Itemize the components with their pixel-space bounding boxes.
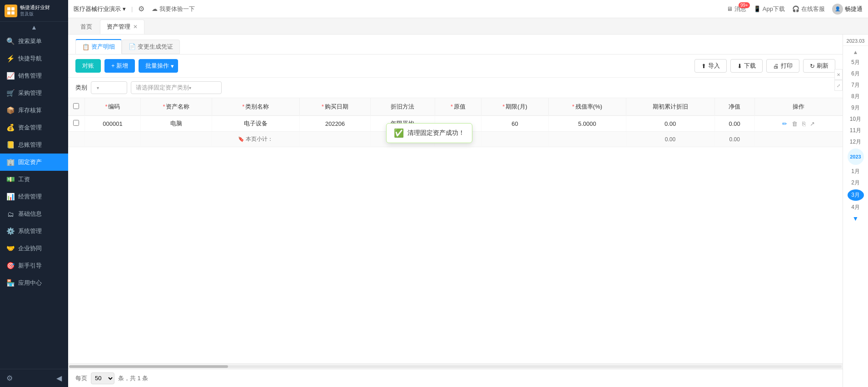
sidebar-item-funds[interactable]: 💰 资金管理	[0, 119, 68, 136]
online-service-button[interactable]: 🎧 在线客服	[792, 5, 825, 13]
row-checkbox[interactable]	[73, 120, 79, 126]
sidebar-item-ledger[interactable]: 📒 总账管理	[0, 136, 68, 154]
cal-month-1[interactable]: 1月	[845, 166, 867, 177]
import-button[interactable]: ⬆ 导入	[694, 59, 727, 73]
header-code: *编码	[84, 98, 141, 116]
topbar-gear-icon[interactable]: ⚙	[138, 5, 144, 13]
guide-icon: 🎯	[6, 262, 15, 270]
company-dropdown-arrow: ▾	[123, 5, 126, 12]
per-page-select[interactable]: 50 10 20 100	[91, 372, 114, 384]
sidebar-item-enterprise[interactable]: 🤝 企业协同	[0, 240, 68, 257]
tab-close-icon[interactable]: ✕	[133, 24, 138, 30]
topbar-divider: |	[131, 5, 133, 12]
reconcile-button[interactable]: 对账	[75, 59, 101, 73]
message-button[interactable]: 🖥 消息 99+	[727, 5, 746, 13]
select-all-checkbox[interactable]	[73, 103, 79, 109]
sidebar-item-basic[interactable]: 🗂 基础信息	[0, 205, 68, 223]
cal-month-3-active[interactable]: 3月	[848, 189, 864, 201]
sidebar-item-label-sales: 销售管理	[18, 72, 42, 80]
user-menu[interactable]: 👤 畅捷通	[832, 4, 863, 15]
funds-icon: 💰	[6, 124, 15, 132]
sidebar-item-inventory[interactable]: 📦 库存核算	[0, 102, 68, 119]
settings-footer-icon[interactable]: ⚙	[6, 374, 13, 382]
cal-month-7[interactable]: 7月	[845, 79, 867, 91]
tab-home[interactable]: 首页	[74, 20, 99, 34]
appcenter-icon: 🏪	[6, 279, 15, 287]
sidebar-item-label-purchase: 采购管理	[18, 89, 42, 97]
refresh-button[interactable]: ↻ 刷新	[803, 59, 835, 73]
inventory-icon: 📦	[6, 106, 15, 114]
header-checkbox-cell	[68, 98, 84, 116]
app-download-button[interactable]: 📱 App下载	[754, 5, 785, 13]
category-select[interactable]: ▾	[91, 81, 127, 94]
row-checkbox-cell	[68, 116, 84, 132]
cal-month-4[interactable]: 4月	[845, 202, 867, 213]
print-button[interactable]: 🖨 打印	[766, 59, 799, 73]
svg-rect-1	[11, 7, 15, 10]
rp-expand-button[interactable]: ⤢	[834, 80, 843, 91]
page-total: 条，共 1 条	[118, 374, 148, 382]
delete-icon[interactable]: 🗑	[792, 120, 798, 127]
cal-month-9[interactable]: 9月	[845, 102, 867, 114]
sidebar-item-purchase[interactable]: 🛒 采购管理	[0, 84, 68, 102]
subtab-change-voucher[interactable]: 📄 变更生成凭证	[122, 40, 180, 54]
cell-name: 电脑	[141, 116, 212, 132]
new-button[interactable]: + 新增	[104, 59, 135, 73]
rp-close-button[interactable]: ✕	[834, 69, 843, 80]
header-operation: 操作	[754, 98, 843, 116]
cell-net-value: 0.00	[714, 116, 754, 132]
sidebar-item-label-enterprise: 企业协同	[18, 244, 42, 253]
sidebar-item-label-guide: 新手引导	[18, 262, 42, 270]
company-selector[interactable]: 医疗器械行业演示 ▾	[74, 5, 126, 13]
sidebar-item-label-inventory: 库存核算	[18, 106, 42, 114]
header-original-value: *原值	[435, 98, 481, 116]
sidebar-item-quicknav[interactable]: ⚡ 快捷导航	[0, 50, 68, 67]
cal-down-icon[interactable]: ▼	[853, 215, 859, 222]
subtotal-initial: 0.00	[626, 132, 714, 147]
collapse-icon[interactable]: ◀	[56, 374, 62, 382]
subtotal-empty2	[84, 132, 141, 147]
sidebar-item-appcenter[interactable]: 🏪 应用中心	[0, 274, 68, 292]
sidebar-scroll-up[interactable]: ▲	[0, 22, 68, 33]
sidebar-item-search[interactable]: 🔍 搜索菜单	[0, 33, 68, 50]
sidebar-item-system[interactable]: ⚙️ 系统管理	[0, 223, 68, 240]
batch-arrow-icon: ▾	[171, 63, 174, 69]
copy-icon[interactable]: ⎘	[802, 120, 806, 127]
tab-assets-mgmt[interactable]: 资产管理 ✕	[100, 20, 144, 34]
sidebar-item-label-search: 搜索菜单	[18, 37, 42, 45]
download-button[interactable]: ⬇ 下载	[730, 59, 763, 73]
svg-rect-0	[7, 7, 10, 10]
sidebar-item-operations[interactable]: 📊 经营管理	[0, 188, 68, 205]
batch-button[interactable]: 批量操作 ▾	[139, 59, 178, 73]
cal-month-6[interactable]: 6月	[845, 68, 867, 79]
subtotal-empty4	[300, 132, 371, 147]
edit-icon[interactable]: ✏	[782, 120, 787, 127]
operations-icon: 📊	[6, 193, 15, 201]
cal-month-11[interactable]: 11月	[845, 125, 867, 136]
topbar: 医疗器械行业演示 ▾ | ⚙ ☁ 我要体验一下 🖥 消息 99+ 📱 App下载…	[68, 0, 868, 18]
cal-month-8[interactable]: 8月	[845, 91, 867, 102]
sidebar-item-wages[interactable]: 💵 工资	[0, 171, 68, 188]
cal-month-2[interactable]: 2月	[845, 177, 867, 189]
sidebar-item-guide[interactable]: 🎯 新手引导	[0, 257, 68, 274]
sidebar-item-sales[interactable]: 📈 销售管理	[0, 67, 68, 84]
horizontal-scrollbar[interactable]	[68, 363, 843, 369]
trial-button[interactable]: ☁ 我要体验一下	[152, 5, 195, 13]
category-select-arrow: ▾	[97, 85, 99, 90]
category-type-input[interactable]: 请选择固定资产类别 ▾	[131, 81, 222, 94]
more-icon[interactable]: ↗	[810, 120, 815, 127]
hscroll-thumb[interactable]	[69, 365, 228, 368]
category-input-arrow: ▾	[189, 85, 191, 90]
cal-month-12[interactable]: 12月	[845, 136, 867, 148]
ledger-icon: 📒	[6, 141, 15, 149]
cal-month-5[interactable]: 5月	[845, 57, 867, 68]
sidebar-item-assets[interactable]: 🏢 固定资产	[0, 154, 68, 171]
sidebar-app-edition: 普及版	[20, 11, 50, 17]
cal-scroll-up[interactable]: ▲	[843, 48, 868, 57]
subtab-asset-detail[interactable]: 📋 资产明细	[75, 39, 122, 54]
main-area: 医疗器械行业演示 ▾ | ⚙ ☁ 我要体验一下 🖥 消息 99+ 📱 App下载…	[68, 0, 868, 387]
subtotal-empty7	[548, 132, 626, 147]
refresh-label: 刷新	[817, 62, 828, 70]
sidebar: 畅捷通好业财 普及版 ▲ 🔍 搜索菜单 ⚡ 快捷导航 📈 销售管理 🛒 采购管理…	[0, 0, 68, 387]
cal-month-10[interactable]: 10月	[845, 114, 867, 125]
